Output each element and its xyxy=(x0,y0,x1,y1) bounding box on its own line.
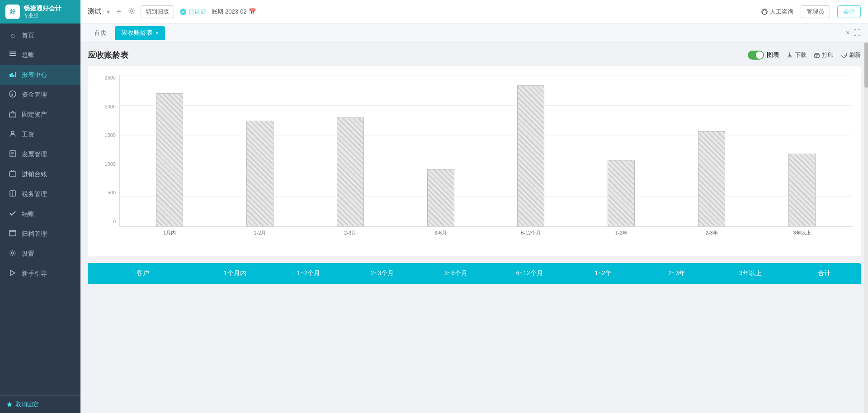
chart-toggle-label: 图表 xyxy=(767,51,779,59)
topbar-right: 人工咨询 管理员 会计 xyxy=(761,5,861,18)
tab-close-icon[interactable]: × xyxy=(156,30,159,36)
svg-rect-3 xyxy=(9,74,11,77)
download-button[interactable]: 下载 xyxy=(787,51,807,59)
chart-toggle[interactable] xyxy=(748,51,764,60)
switch-version-button[interactable]: 切到旧版 xyxy=(141,5,174,18)
funds-icon: $ xyxy=(8,90,17,99)
print-label: 打印 xyxy=(822,51,834,59)
table-container: 客户 1个月内 1~2个月 2~3个月 3~6个月 6~12个月 1~2年 2~… xyxy=(88,263,861,284)
close-period-icon xyxy=(8,210,17,219)
add-company-icon[interactable]: ＋ xyxy=(115,7,123,16)
x-label-1-2m: 1-2月 xyxy=(254,230,266,236)
bar-group-2-3y: 2-3年 xyxy=(666,75,757,226)
bar-3-6m xyxy=(427,169,454,226)
print-button[interactable]: 打印 xyxy=(814,51,834,59)
guide-icon xyxy=(8,269,17,278)
chart-inner: 1月内 1-2月 2-3月 3-6月 xyxy=(119,75,852,227)
bar-group-1m: 1月内 xyxy=(124,75,215,226)
sidebar-item-close[interactable]: 结账 xyxy=(0,204,80,224)
tax-icon xyxy=(8,190,17,199)
tab-home-label: 首页 xyxy=(94,29,107,37)
bar-3y-plus xyxy=(788,154,816,226)
svg-rect-0 xyxy=(9,52,16,52)
tab-home[interactable]: 首页 xyxy=(88,26,113,40)
svg-rect-26 xyxy=(766,12,767,14)
verified-label: 已认证 xyxy=(189,8,206,16)
svg-rect-1 xyxy=(9,53,16,54)
inventory-icon xyxy=(8,170,17,179)
x-label-1m: 1月内 xyxy=(163,230,176,236)
user-button[interactable]: 管理员 xyxy=(801,5,830,18)
bar-1-2m xyxy=(246,121,274,227)
sidebar-item-ledger[interactable]: 总账 xyxy=(0,45,80,65)
sidebar-label-archive: 归档管理 xyxy=(22,230,47,238)
svg-rect-15 xyxy=(9,172,16,176)
consult-button[interactable]: 人工咨询 xyxy=(761,8,793,16)
svg-marker-21 xyxy=(10,270,15,276)
main-area: 测试 ▾ ＋ 切到旧版 已认证 账期 2023-02 📅 人工咨询 管理员 会计… xyxy=(80,0,868,413)
topbar: 测试 ▾ ＋ 切到旧版 已认证 账期 2023-02 📅 人工咨询 管理员 会计 xyxy=(80,0,868,23)
y-label-500: 500 xyxy=(97,190,119,195)
chart-area: 0 500 1000 1500 2000 2500 xyxy=(97,75,852,238)
company-dropdown-icon[interactable]: ▾ xyxy=(107,8,110,15)
download-icon xyxy=(787,52,793,58)
role-button[interactable]: 会计 xyxy=(837,5,861,18)
page-scrollbar[interactable] xyxy=(864,42,868,413)
svg-rect-4 xyxy=(11,73,13,77)
svg-rect-2 xyxy=(9,55,16,56)
tabs-window-controls: × ⛶ xyxy=(846,29,861,37)
svg-text:$: $ xyxy=(11,93,14,97)
consult-label: 人工咨询 xyxy=(770,8,793,16)
report-header: 应收账龄表 图表 下载 打印 刷新 xyxy=(88,50,861,61)
sidebar-item-inventory[interactable]: 进销台账 xyxy=(0,164,80,184)
sidebar-item-invoice[interactable]: 发票管理 xyxy=(0,145,80,164)
report-actions: 图表 下载 打印 刷新 xyxy=(748,51,861,60)
x-label-1-2y: 1-2年 xyxy=(615,230,627,236)
x-label-2-3m: 2-3月 xyxy=(344,230,356,236)
refresh-button[interactable]: 刷新 xyxy=(841,51,861,59)
window-expand-icon[interactable]: ⛶ xyxy=(854,29,861,37)
svg-point-20 xyxy=(12,252,14,254)
svg-rect-9 xyxy=(9,113,16,117)
sidebar-item-assets[interactable]: 固定资产 xyxy=(0,105,80,125)
verified-status: 已认证 xyxy=(179,8,206,16)
download-label: 下载 xyxy=(795,51,807,59)
sidebar-item-reports[interactable]: 报表中心 xyxy=(0,65,80,85)
payroll-icon xyxy=(8,130,17,139)
toggle-knob xyxy=(756,52,763,59)
invoice-icon xyxy=(8,150,17,159)
scrollbar-thumb xyxy=(864,42,868,88)
sidebar-unpin-footer[interactable]: 取消固定 xyxy=(0,395,80,413)
svg-rect-5 xyxy=(13,75,14,77)
th-3y-plus: 3年以上 xyxy=(713,269,787,277)
sidebar-item-guide[interactable]: 新手引导 xyxy=(0,264,80,284)
sidebar-item-settings[interactable]: 设置 xyxy=(0,244,80,264)
sidebar-item-payroll[interactable]: 工资 xyxy=(0,125,80,145)
bar-2-3m xyxy=(337,117,364,226)
svg-rect-29 xyxy=(816,56,817,57)
x-label-2-3y: 2-3年 xyxy=(706,230,718,236)
headset-icon xyxy=(761,8,768,15)
th-1m: 1个月内 xyxy=(198,269,272,277)
refresh-label: 刷新 xyxy=(849,51,861,59)
sidebar-logo: 好 畅捷通好会计 专业版 xyxy=(0,0,80,23)
tab-aging-report[interactable]: 应收账龄表 × xyxy=(115,26,165,40)
sidebar-label-inventory: 进销台账 xyxy=(22,170,47,178)
calendar-icon[interactable]: 📅 xyxy=(249,8,256,15)
sidebar-label-funds: 资金管理 xyxy=(22,91,47,99)
bar-1-2y xyxy=(608,160,635,226)
window-close-icon[interactable]: × xyxy=(846,29,850,37)
app-edition: 专业版 xyxy=(24,12,61,19)
sidebar-item-archive[interactable]: 归档管理 xyxy=(0,224,80,244)
svg-point-10 xyxy=(11,131,14,134)
sidebar-item-tax[interactable]: 税务管理 xyxy=(0,184,80,204)
svg-rect-6 xyxy=(15,72,16,77)
period-info: 账期 2023-02 📅 xyxy=(212,8,256,16)
sidebar-scroll: ⌂ 首页 总账 报表中心 $ 资金管理 固定资产 xyxy=(0,23,80,395)
sidebar-item-funds[interactable]: $ 资金管理 xyxy=(0,85,80,105)
sidebar-item-home[interactable]: ⌂ 首页 xyxy=(0,26,80,45)
topbar-settings-icon[interactable] xyxy=(128,7,135,16)
x-label-3y-plus: 3年以上 xyxy=(793,230,811,236)
svg-rect-28 xyxy=(816,56,818,56)
svg-point-23 xyxy=(131,9,133,12)
